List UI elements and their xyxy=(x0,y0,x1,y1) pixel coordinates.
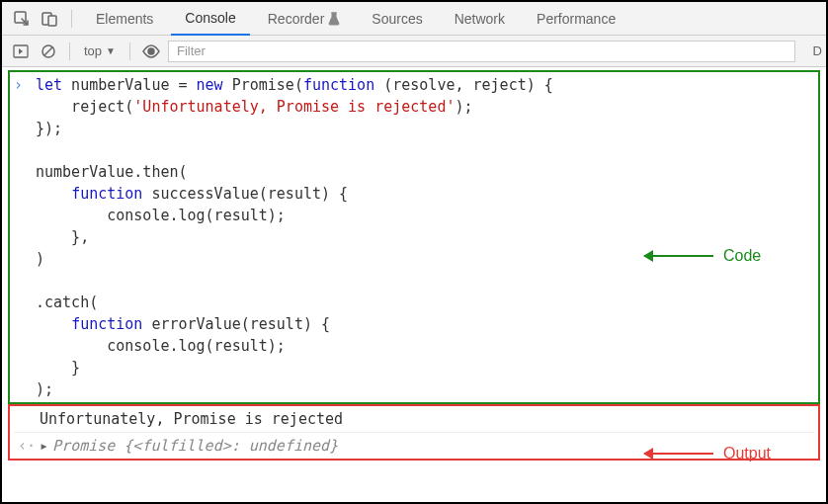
tab-sources[interactable]: Sources xyxy=(358,2,436,36)
annotation-code-label: Code xyxy=(723,247,761,265)
divider xyxy=(69,42,70,60)
device-toolbar-icon[interactable] xyxy=(38,7,61,31)
arrow-icon xyxy=(644,255,713,257)
eye-icon[interactable] xyxy=(140,41,162,62)
console-body: ›let numberValue = new Promise(function … xyxy=(2,70,826,461)
divider xyxy=(129,42,130,60)
divider xyxy=(71,10,72,28)
tab-elements[interactable]: Elements xyxy=(82,2,167,36)
beaker-icon xyxy=(328,12,340,26)
right-indicator: D xyxy=(809,43,826,58)
code-region: ›let numberValue = new Promise(function … xyxy=(8,70,820,404)
tab-recorder[interactable]: Recorder xyxy=(254,2,355,36)
arrow-icon xyxy=(644,453,713,455)
context-label: top xyxy=(84,43,102,58)
clear-console-icon[interactable] xyxy=(38,41,59,62)
context-picker[interactable]: top ▼ xyxy=(80,43,120,58)
return-arrow-icon: ‹· xyxy=(18,435,36,457)
chevron-down-icon: ▼ xyxy=(106,45,116,56)
svg-rect-2 xyxy=(48,16,56,26)
console-log-output: Unfortunately, Promise is rejected xyxy=(14,406,814,432)
tab-performance[interactable]: Performance xyxy=(523,2,629,36)
console-toolbar: top ▼ D xyxy=(2,36,826,67)
annotation-code: Code xyxy=(644,247,761,265)
svg-line-5 xyxy=(44,47,52,55)
filter-input[interactable] xyxy=(168,41,795,62)
inspect-icon[interactable] xyxy=(10,7,34,31)
sidebar-toggle-icon[interactable] xyxy=(10,41,32,62)
annotation-output: Output xyxy=(644,445,771,462)
tab-network[interactable]: Network xyxy=(441,2,519,36)
tab-recorder-label: Recorder xyxy=(268,11,325,27)
tab-console[interactable]: Console xyxy=(171,2,249,36)
expand-triangle-icon[interactable]: ▸ xyxy=(40,435,48,457)
svg-point-6 xyxy=(148,48,154,54)
devtools-tabbar: Elements Console Recorder Sources Networ… xyxy=(2,2,826,36)
annotation-output-label: Output xyxy=(723,445,771,462)
